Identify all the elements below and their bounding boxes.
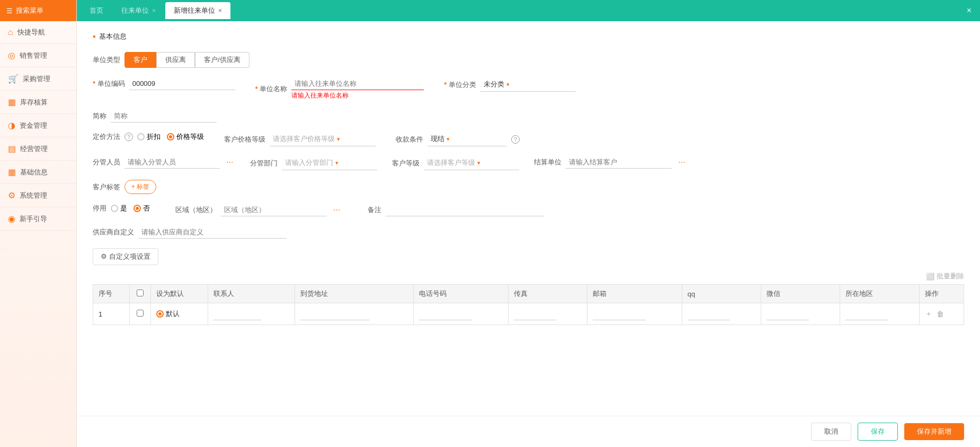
tab-home[interactable]: 首页	[81, 2, 112, 19]
save-add-button[interactable]: 保存并新增	[904, 423, 964, 440]
unit-code-input[interactable]	[129, 77, 235, 90]
sidebar-item-inventory[interactable]: ▦ 库存核算	[0, 91, 76, 114]
chevron-down-icon: ▾	[477, 160, 480, 166]
unit-type-both[interactable]: 客户/供应离	[195, 52, 250, 68]
main-area: 首页 往来单位 × 新增往来单位 × × ▪ 基本信息 单位类型 客户 供应离 …	[77, 0, 980, 447]
col-wechat: 微信	[761, 285, 840, 303]
tab-partner-list[interactable]: 往来单位 ×	[113, 2, 164, 19]
col-action: 操作	[919, 285, 964, 303]
batch-delete-label[interactable]: 批量删除	[937, 271, 964, 281]
payment-terms-select[interactable]: 现结 ▾	[427, 132, 507, 146]
unit-category-label: 单位分类	[444, 80, 476, 90]
col-contact: 联系人	[208, 285, 295, 303]
unit-code-label: 单位编码	[93, 79, 125, 89]
department-label: 分管部门	[250, 159, 278, 168]
unit-category-field: 单位分类 未分类 ▾	[444, 77, 576, 92]
disabled-no-radio[interactable]: 否	[133, 204, 150, 213]
save-button[interactable]: 保存	[858, 423, 898, 441]
supervisor-row: 分管人员 ··· 分管部门 请输入分管部门 ▾ 客户等级 请选择客户等级 ▾ 结…	[93, 156, 964, 170]
purchase-icon: 🛒	[8, 74, 19, 84]
sales-icon: ◎	[8, 50, 15, 60]
row-checkbox[interactable]	[130, 303, 151, 325]
row-address[interactable]	[295, 303, 413, 325]
row-wechat[interactable]	[761, 303, 840, 325]
add-row-icon[interactable]: ＋	[925, 309, 932, 319]
disabled-field: 停用 是 否	[93, 204, 150, 213]
col-fax: 传真	[508, 285, 587, 303]
delete-row-icon[interactable]: 🗑	[937, 310, 944, 318]
supervisor-more-icon[interactable]: ···	[224, 157, 235, 167]
add-tag-button[interactable]: + 标签	[124, 180, 156, 194]
short-name-input[interactable]	[111, 110, 217, 122]
pricing-method-field: 定价方法 ? 折扣 价格等级	[93, 132, 204, 142]
unit-name-input[interactable]	[291, 77, 424, 90]
remark-label: 备注	[368, 205, 381, 215]
sidebar-item-guide[interactable]: ◉ 新手引导	[0, 207, 76, 231]
operations-icon: ▤	[8, 144, 16, 154]
row-action: ＋ 🗑	[919, 303, 964, 325]
tags-row: 客户标签 + 标签	[93, 180, 964, 194]
pricing-help-icon[interactable]: ?	[124, 133, 133, 141]
tags-field: 客户标签 + 标签	[93, 180, 156, 194]
short-name-row: 简称	[93, 110, 964, 122]
pricing-discount-radio[interactable]: 折扣	[137, 132, 161, 142]
unit-type-supplier[interactable]: 供应离	[156, 52, 195, 68]
department-select[interactable]: 请输入分管部门 ▾	[282, 156, 377, 170]
chevron-down-icon: ▾	[337, 136, 340, 143]
pricing-level-radio[interactable]: 价格等级	[167, 132, 204, 142]
row-fax[interactable]	[508, 303, 587, 325]
supplier-custom-row: 供应商自定义	[93, 226, 964, 239]
row-location[interactable]	[840, 303, 919, 325]
window-close-button[interactable]: ×	[963, 4, 976, 17]
chevron-down-icon: ▾	[506, 81, 510, 88]
region-more-icon[interactable]: ···	[331, 205, 342, 215]
row-email[interactable]	[587, 303, 682, 325]
tags-label: 客户标签	[93, 182, 120, 192]
custom-settings-button[interactable]: ⚙ 自定义项设置	[93, 248, 158, 265]
tab-close-partner[interactable]: ×	[152, 7, 156, 14]
customer-price-level-select[interactable]: 请选择客户价格等级 ▾	[270, 132, 376, 146]
tab-close-new-partner[interactable]: ×	[218, 7, 222, 14]
row-phone[interactable]	[413, 303, 508, 325]
unit-name-wrap: 请输入往来单位名称	[291, 77, 424, 100]
sidebar: ☰ 搜索菜单 ⌂ 快捷导航 ◎ 销售管理 🛒 采购管理 ▦ 库存核算 ◑ 资金管…	[0, 0, 77, 447]
remark-input[interactable]	[386, 204, 545, 216]
sidebar-item-operations[interactable]: ▤ 经营管理	[0, 137, 76, 161]
sidebar-item-sales[interactable]: ◎ 销售管理	[0, 44, 76, 67]
supplier-custom-field: 供应商自定义	[93, 226, 287, 239]
tab-new-partner[interactable]: 新增往来单位 ×	[165, 2, 230, 19]
sidebar-item-system[interactable]: ⚙ 系统管理	[0, 184, 76, 207]
finance-icon: ◑	[8, 120, 15, 130]
supervisor-input[interactable]	[124, 156, 220, 169]
unit-code-row: 单位编码 单位名称 请输入往来单位名称 单位分类 未分类 ▾	[93, 77, 964, 100]
sidebar-item-basic-info[interactable]: ▦ 基础信息	[0, 161, 76, 184]
row-qq[interactable]	[682, 303, 761, 325]
disabled-yes-radio[interactable]: 是	[111, 204, 127, 213]
settlement-label: 结算单位	[534, 157, 562, 167]
row-contact[interactable]	[208, 303, 295, 325]
unit-type-customer[interactable]: 客户	[124, 52, 156, 68]
col-location: 所在地区	[840, 285, 919, 303]
col-checkbox[interactable]	[130, 285, 151, 303]
unit-type-label: 单位类型	[93, 55, 120, 65]
contacts-table: 序号 设为默认 联系人 到货地址 电话号码 传真 邮箱 qq 微信 所在地区 操…	[93, 284, 964, 325]
settlement-input[interactable]	[566, 156, 672, 169]
sidebar-item-purchase[interactable]: 🛒 采购管理	[0, 67, 76, 91]
unit-name-field: 单位名称 请输入往来单位名称	[255, 77, 424, 100]
region-input[interactable]	[221, 204, 327, 216]
form-content: ▪ 基本信息 单位类型 客户 供应离 客户/供应离 单位编码 单位名称	[77, 21, 980, 416]
tab-bar: 首页 往来单位 × 新增往来单位 × ×	[77, 0, 980, 21]
cancel-button[interactable]: 取消	[811, 423, 851, 441]
sidebar-item-quick-nav[interactable]: ⌂ 快捷导航	[0, 21, 76, 44]
customer-price-level-label: 客户价格等级	[224, 135, 265, 144]
customer-level-select[interactable]: 请选择客户等级 ▾	[424, 156, 519, 170]
settlement-more-icon[interactable]: ···	[676, 157, 687, 167]
sidebar-item-finance[interactable]: ◑ 资金管理	[0, 114, 76, 137]
payment-help-icon[interactable]: ?	[511, 135, 520, 144]
region-field: 区域（地区） ···	[175, 204, 342, 216]
unit-category-select[interactable]: 未分类 ▾	[480, 77, 576, 92]
supplier-custom-input[interactable]	[138, 226, 287, 239]
sidebar-search[interactable]: ☰ 搜索菜单	[0, 0, 76, 21]
supervisor-label: 分管人员	[93, 157, 120, 167]
row-default: 默认	[151, 303, 208, 325]
